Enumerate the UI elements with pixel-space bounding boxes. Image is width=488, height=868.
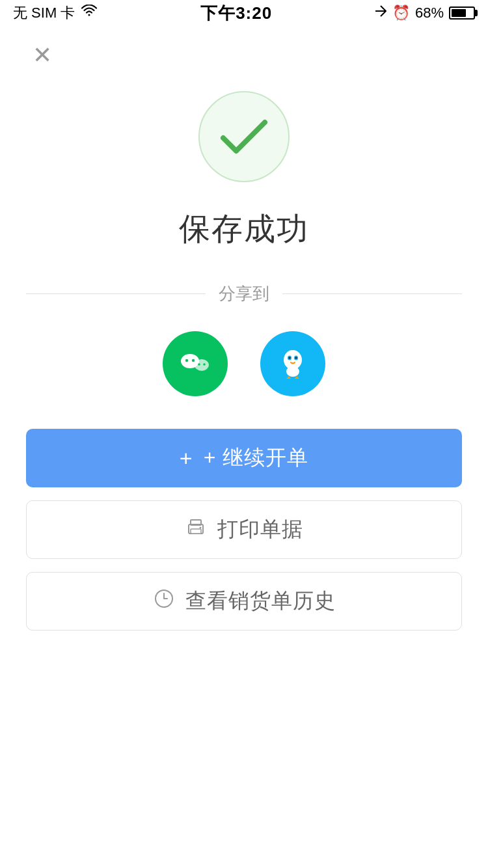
wechat-icon bbox=[176, 344, 215, 383]
view-history-label: 查看销货单历史 bbox=[185, 587, 336, 616]
svg-point-3 bbox=[192, 359, 195, 362]
battery-percent: 68% bbox=[415, 5, 444, 21]
svg-point-15 bbox=[200, 527, 202, 529]
battery-icon bbox=[449, 7, 475, 20]
qq-icon bbox=[273, 344, 312, 383]
printer-icon bbox=[185, 516, 207, 543]
location-icon bbox=[374, 5, 387, 21]
share-label: 分享到 bbox=[219, 282, 269, 305]
svg-rect-14 bbox=[191, 529, 201, 534]
wifi-icon bbox=[80, 5, 98, 21]
success-title: 保存成功 bbox=[179, 208, 309, 250]
checkmark-icon bbox=[218, 117, 270, 156]
continue-order-label: + 继续开单 bbox=[204, 444, 309, 472]
status-bar: 无 SIM 卡 下午3:20 ⏰ 68% bbox=[0, 0, 488, 26]
plus-icon: + bbox=[180, 446, 193, 471]
divider-right bbox=[282, 293, 462, 294]
alarm-icon: ⏰ bbox=[392, 5, 410, 21]
status-time: 下午3:20 bbox=[200, 2, 272, 25]
divider-left bbox=[26, 293, 206, 294]
close-button[interactable]: ✕ bbox=[26, 39, 59, 72]
qq-share-button[interactable] bbox=[260, 331, 325, 396]
view-history-button[interactable]: 查看销货单历史 bbox=[26, 572, 462, 631]
buttons-section: + + 继续开单 打印单据 查看销货单历 bbox=[26, 429, 462, 631]
history-icon bbox=[153, 588, 175, 615]
status-left: 无 SIM 卡 bbox=[13, 3, 98, 23]
svg-point-2 bbox=[185, 359, 188, 362]
svg-point-10 bbox=[295, 357, 297, 359]
wechat-share-button[interactable] bbox=[163, 331, 228, 396]
svg-point-8 bbox=[288, 357, 291, 359]
print-receipt-label: 打印单据 bbox=[217, 515, 303, 544]
share-divider: 分享到 bbox=[26, 282, 462, 305]
print-receipt-button[interactable]: 打印单据 bbox=[26, 500, 462, 559]
svg-point-1 bbox=[195, 359, 209, 371]
no-sim-label: 无 SIM 卡 bbox=[13, 3, 75, 23]
share-icons-row bbox=[163, 331, 325, 396]
svg-point-4 bbox=[198, 363, 200, 366]
close-icon: ✕ bbox=[33, 44, 52, 67]
share-section: 分享到 bbox=[26, 282, 462, 396]
continue-order-button[interactable]: + + 继续开单 bbox=[26, 429, 462, 487]
status-right: ⏰ 68% bbox=[374, 5, 475, 21]
main-content: ✕ 保存成功 分享到 bbox=[0, 26, 488, 868]
svg-point-11 bbox=[286, 366, 299, 377]
svg-point-5 bbox=[203, 363, 206, 366]
success-icon-container bbox=[198, 91, 290, 182]
